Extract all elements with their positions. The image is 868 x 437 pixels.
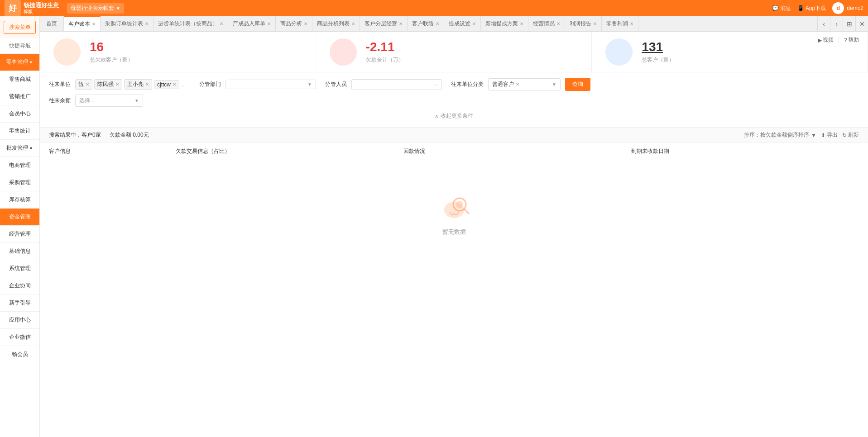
tab-close-icon[interactable]: ✕ <box>520 21 523 26</box>
tab-label: 进货单统计表（按商品） <box>158 20 218 28</box>
sidebar-item-app-center[interactable]: 应用中心 <box>0 312 39 329</box>
sidebar-item-ecommerce[interactable]: 电商管理 <box>0 157 39 174</box>
content-area: 首页 客户账本 ✕ 采购订单统计表 ✕ 进货单统计表（按商品） ✕ 产成品入库单… <box>40 16 868 437</box>
app-download-btn[interactable]: 📱 App下载 <box>797 5 826 12</box>
person-more-btn[interactable]: ··· <box>433 81 438 88</box>
tab-close-icon[interactable]: ✕ <box>304 21 307 26</box>
tab-close-icon[interactable]: ✕ <box>436 21 439 26</box>
tab-customer-contact[interactable]: 客户联络 ✕ <box>408 16 444 32</box>
top-bar: 好 畅捷通好生意 标版 母婴行业演示帐套 ▼ 💬 消息 📱 App下载 d <box>0 0 868 16</box>
query-button[interactable]: 查询 <box>565 78 590 91</box>
tab-new-raise-plan[interactable]: 新增提成方案 ✕ <box>481 16 528 32</box>
sidebar-item-newbie[interactable]: 新手引导 <box>0 294 39 312</box>
balance-placeholder: 选择... <box>79 97 95 104</box>
tab-label: 零售利润 <box>606 20 628 28</box>
account-dropdown[interactable]: 母婴行业演示帐套 ▼ <box>67 3 124 14</box>
sort-btn[interactable]: 排序：按欠款金额倒序排序 ▼ <box>744 131 816 139</box>
tab-close-icon[interactable]: ✕ <box>556 21 560 26</box>
tab-product-analysis[interactable]: 商品分析 ✕ <box>276 16 312 32</box>
balance-select[interactable]: 选择... ▼ <box>75 95 143 107</box>
sidebar-item-marketing[interactable]: 营销推广 <box>0 88 39 105</box>
unit-tag-remove-1[interactable]: ✕ <box>86 82 89 87</box>
tab-close-icon[interactable]: ✕ <box>630 21 633 26</box>
unit-tag-remove-2[interactable]: ✕ <box>115 82 119 87</box>
col-header-repayment: 回款情况 <box>403 147 631 155</box>
refresh-btn[interactable]: ↻ 刷新 <box>842 131 859 139</box>
dept-label: 分管部门 <box>199 81 221 88</box>
help-btn[interactable]: ? 帮助 <box>844 36 859 44</box>
sidebar-item-retail-mall[interactable]: 零售商城 <box>0 71 39 88</box>
filter-area: 往来单位 伍 ✕ 陈民强 ✕ 王小亮 <box>40 72 868 128</box>
tab-purchase-order-stat[interactable]: 采购订单统计表 ✕ <box>101 16 153 32</box>
tab-close-icon[interactable]: ✕ <box>220 21 223 26</box>
app-wrapper: 好 畅捷通好生意 标版 母婴行业演示帐套 ▼ 💬 消息 📱 App下载 d <box>0 0 868 437</box>
tab-raise-settings[interactable]: 提成设置 ✕ <box>444 16 481 32</box>
sidebar-item-label: 零售商城 <box>9 76 31 82</box>
unit-tag-value: 伍 <box>78 81 84 88</box>
filter-collapse-btn[interactable]: ∧ 收起更多条件 <box>49 110 859 122</box>
svg-marker-1 <box>338 47 349 57</box>
tab-close-icon[interactable]: ✕ <box>145 21 149 26</box>
message-btn[interactable]: 💬 消息 <box>772 5 791 12</box>
unit-tag-more[interactable]: ... <box>181 81 186 88</box>
sidebar-item-enterprise[interactable]: 企业协同 <box>0 277 39 294</box>
sidebar-item-label: 采购管理 <box>9 179 31 185</box>
sidebar-item-operation[interactable]: 经营管理 <box>0 226 39 243</box>
sidebar-item-purchase[interactable]: 采购管理 <box>0 174 39 191</box>
table-header: 客户信息 欠款交易信息（占比） 回款情况 到期未收款日期 <box>40 143 868 160</box>
sidebar-item-finance[interactable]: 资金管理 <box>0 209 39 226</box>
tab-close-icon[interactable]: ✕ <box>351 21 355 26</box>
tab-close-icon[interactable]: ✕ <box>267 21 271 26</box>
tab-customer-segment[interactable]: 客户分层经营 ✕ <box>360 16 408 32</box>
total-debt-label: 欠款合计（万） <box>366 56 404 64</box>
user-menu[interactable]: d demo2 <box>832 2 863 14</box>
tab-close-icon[interactable]: ✕ <box>92 22 96 27</box>
help-label: 帮助 <box>848 36 859 44</box>
export-btn[interactable]: ⬇ 导出 <box>821 131 838 139</box>
summary-card-debt: -2.11 欠款合计（万） <box>316 32 592 72</box>
tab-customer-ledger[interactable]: 客户账本 ✕ <box>64 16 101 32</box>
tab-scroll-left-btn[interactable]: ‹ <box>817 16 830 32</box>
sidebar-item-label: 资金管理 <box>9 214 31 220</box>
tab-production-inbound[interactable]: 产成品入库单 ✕ <box>228 16 276 32</box>
sidebar-item-vip[interactable]: 畅会员 <box>0 346 39 363</box>
sidebar-item-retail-mgmt[interactable]: 零售管理 ▼ <box>0 54 39 71</box>
person-input[interactable]: ··· <box>351 79 442 90</box>
unit-tag-remove-4[interactable]: ✕ <box>173 82 176 87</box>
sidebar-item-batch-mgmt[interactable]: 批发管理 ▼ <box>0 140 39 157</box>
total-customers-label: 总客户（家） <box>642 56 674 64</box>
debt-icon <box>330 38 357 66</box>
video-btn[interactable]: ▶ 视频 <box>818 36 834 44</box>
sidebar-item-retail-stats[interactable]: 零售统计 <box>0 123 39 140</box>
unit-tag-remove-3[interactable]: ✕ <box>145 82 149 87</box>
sidebar-item-basic-info[interactable]: 基础信息 <box>0 243 39 260</box>
tab-product-analysis-list[interactable]: 商品分析列表 ✕ <box>312 16 360 32</box>
sidebar-item-system[interactable]: 系统管理 <box>0 260 39 277</box>
sidebar-search-button[interactable]: 搜索菜单 <box>4 21 36 34</box>
tab-close-icon[interactable]: ✕ <box>472 21 476 26</box>
tab-home[interactable]: 首页 <box>40 16 64 32</box>
sidebar-quick-nav[interactable]: 快捷导航 <box>0 38 39 54</box>
sidebar-item-inventory[interactable]: 库存核算 <box>0 191 39 209</box>
tab-close-all-btn[interactable]: ✕ <box>855 16 868 32</box>
tab-profit-report[interactable]: 利润报告 ✕ <box>565 16 602 32</box>
svg-rect-5 <box>620 53 625 58</box>
tab-retail-profit[interactable]: 零售利润 ✕ <box>602 16 638 32</box>
tab-inbound-stat[interactable]: 进货单统计表（按商品） ✕ <box>153 16 228 32</box>
tab-expand-btn[interactable]: ⊞ <box>843 16 855 32</box>
category-tag-value: 普通客户 <box>492 81 514 88</box>
tab-close-icon[interactable]: ✕ <box>399 21 403 26</box>
category-dropdown-icon: ▼ <box>552 82 556 87</box>
unit-tag-4: cjttcw ✕ <box>154 80 179 89</box>
dept-select[interactable]: ▼ <box>225 80 316 89</box>
sidebar-item-corp-wechat[interactable]: 企业微信 <box>0 329 39 346</box>
sidebar: 搜索菜单 快捷导航 零售管理 ▼ 零售商城 营销推广 会员中心 零售统计 批发管… <box>0 16 40 437</box>
sidebar-item-member[interactable]: 会员中心 <box>0 105 39 123</box>
tab-scroll-right-btn[interactable]: › <box>830 16 843 32</box>
category-select[interactable]: 普通客户 ✕ ▼ <box>488 78 561 90</box>
tab-close-icon[interactable]: ✕ <box>593 21 597 26</box>
tab-operation-status[interactable]: 经营情况 ✕ <box>528 16 565 32</box>
category-tag-remove[interactable]: ✕ <box>516 82 519 87</box>
empty-icon <box>436 187 472 223</box>
logo-icon: 好 <box>5 0 21 16</box>
